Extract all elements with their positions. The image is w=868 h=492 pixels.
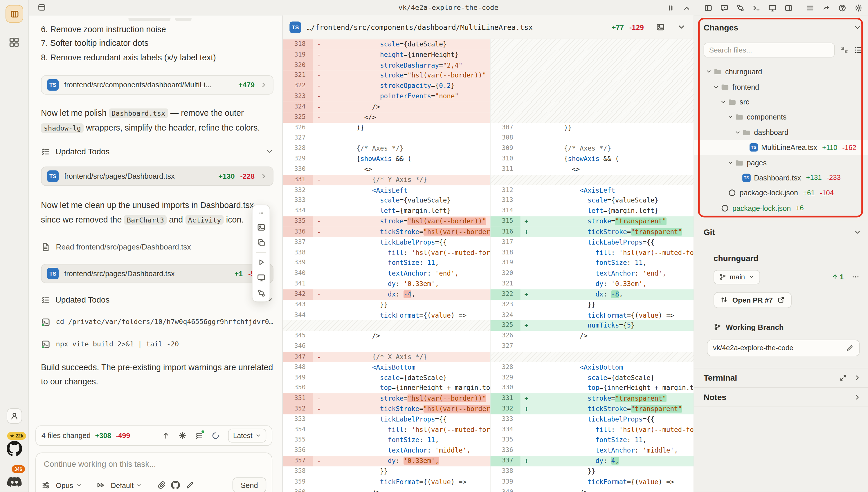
monitor-icon[interactable] <box>257 273 266 282</box>
pause-icon[interactable] <box>666 3 675 12</box>
copy-icon[interactable] <box>257 239 266 247</box>
working-branch-field[interactable]: vk/4e2a-explore-the-code <box>707 340 860 356</box>
todos-status-button[interactable] <box>195 432 203 440</box>
monitor-icon[interactable] <box>769 3 777 12</box>
chevron-down-icon[interactable] <box>853 228 861 236</box>
model-label: Opus <box>56 481 73 489</box>
help-icon[interactable] <box>838 3 846 12</box>
expand-icon[interactable] <box>839 374 847 382</box>
tree-folder-frontend[interactable]: frontend <box>694 79 868 94</box>
file-change-card[interactable]: TSfrontend/src/pages/Dashboard.tsx+130-2… <box>41 167 274 186</box>
change-view-icon[interactable] <box>656 23 665 32</box>
terminal-section-header[interactable]: Terminal <box>694 368 868 387</box>
diff-line: 352- tickStroke="hsl(var(--border))" <box>283 404 490 414</box>
file-change-card[interactable]: TSfrontend/src/pages/Dashboard.tsx+1-5 <box>41 264 274 284</box>
diff-line: 343 }} <box>283 300 490 310</box>
diff-line: 348 <AxisBottom <box>283 362 490 372</box>
diff-line: 350 top={innerHeight + margin.top} <box>283 383 490 393</box>
sliders-icon[interactable] <box>42 481 50 490</box>
github-link[interactable] <box>7 441 22 456</box>
tool-call-row[interactable]: cd /private/var/folders/10/h7w0q46556ggr… <box>41 315 274 329</box>
panel-right-icon[interactable] <box>784 3 793 12</box>
git-section-header[interactable]: Git <box>694 225 868 240</box>
changes-title: Changes <box>704 23 847 32</box>
diff-line: 326 )} <box>283 123 490 133</box>
chevron-down-icon[interactable] <box>677 23 686 32</box>
chevron-right-icon[interactable] <box>853 393 861 401</box>
updated-todos-row[interactable]: Updated Todos <box>41 146 274 158</box>
open-pr-button[interactable]: Open PR #7 <box>713 292 792 308</box>
collapse-panel-icon[interactable] <box>840 46 849 54</box>
chat-bubble-icon[interactable] <box>720 3 729 12</box>
tree-folder-pages[interactable]: pages <box>694 155 868 170</box>
chevron-down-icon <box>713 84 719 90</box>
ts-badge: TS <box>47 79 58 91</box>
paperclip-icon[interactable] <box>157 481 166 490</box>
terminal-icon[interactable] <box>752 3 760 12</box>
updated-todos-row[interactable]: Updated Todos <box>41 294 274 306</box>
changes-summary-bar[interactable]: 4 files changed +308 -499 Latest <box>36 425 272 446</box>
pen-icon[interactable] <box>186 481 194 490</box>
tree-file-Dashboard.tsx[interactable]: TSDashboard.tsx+131-233 <box>694 170 868 186</box>
diff-row: 338 fill: 'hsl(var(--muted-foreground))'… <box>283 247 694 258</box>
version-selector[interactable]: Latest <box>228 429 266 443</box>
green-dot <box>201 430 205 434</box>
notes-section-header[interactable]: Notes <box>694 388 868 407</box>
composer: Continue working on this task... Opus De… <box>36 452 272 492</box>
tree-folder-dashboard[interactable]: dashboard <box>694 125 868 140</box>
gear-icon[interactable] <box>854 3 863 12</box>
diff-row: 352- tickStroke="hsl(var(--border))"332+… <box>283 404 694 414</box>
drag-handle-icon[interactable] <box>257 209 266 216</box>
fast-forward-icon[interactable] <box>96 481 105 490</box>
panel-left-icon[interactable] <box>704 3 713 12</box>
grid-view-button[interactable] <box>8 36 20 48</box>
git-compare-icon[interactable] <box>257 289 266 298</box>
branch-selector[interactable]: main <box>713 270 760 284</box>
tree-folder-src[interactable]: src <box>694 95 868 110</box>
collapse-icon[interactable] <box>682 3 691 12</box>
diff-line: 334 left={margin.left} <box>283 206 490 216</box>
menu-icon[interactable] <box>806 3 814 12</box>
diff-body: 318- scale={dateScale}319- height={inner… <box>283 39 694 492</box>
right-sidebar: Changes churnguardfrontendsrccomponentsd… <box>694 16 868 492</box>
diff-filler <box>490 39 694 50</box>
more-options-button[interactable] <box>851 273 860 281</box>
composer-input[interactable]: Continue working on this task... <box>36 453 272 468</box>
tool-call-row[interactable]: Read frontend/src/pages/Dashboard.tsx <box>41 240 274 253</box>
diff-line: 328 {/* Axes */} <box>283 143 490 154</box>
account-button[interactable] <box>7 408 22 423</box>
diff-header: TS …/frontend/src/components/dashboard/M… <box>283 16 694 39</box>
screenshot-icon[interactable] <box>257 223 266 232</box>
play-icon[interactable] <box>257 258 266 267</box>
arrow-up-icon[interactable] <box>162 432 170 440</box>
mode-selector[interactable]: Default <box>111 481 143 489</box>
git-compare-icon[interactable] <box>736 3 745 12</box>
ahead-count: 1 <box>840 273 844 281</box>
inline-code: shadow-lg <box>41 123 84 132</box>
discord-link[interactable] <box>6 473 23 489</box>
github-icon[interactable] <box>171 481 180 490</box>
search-input[interactable] <box>704 43 835 57</box>
tree-folder-components[interactable]: components <box>694 110 868 125</box>
tree-file-MultiLineArea.tsx[interactable]: TSMultiLineArea.tsx+110-162 <box>694 140 868 155</box>
file-change-card[interactable]: TSfrontend/src/components/dashboard/Mult… <box>41 75 274 95</box>
send-button[interactable]: Send <box>232 477 266 492</box>
chevron-right-icon[interactable] <box>853 374 861 382</box>
tree-file-package-lock.json[interactable]: package-lock.json+61-104 <box>694 186 868 200</box>
tree-view-icon[interactable] <box>854 46 863 54</box>
diff-line: 318- scale={dateScale} <box>283 39 490 50</box>
share-icon[interactable] <box>822 3 830 12</box>
spark-icon[interactable] <box>178 432 187 440</box>
diff-row: 358 }}338 }} <box>283 466 694 476</box>
chevron-down-icon[interactable] <box>853 24 861 32</box>
workspace-tab[interactable] <box>5 5 23 23</box>
tree-file-package-lock.json[interactable]: package-lock.json+6 <box>694 200 868 216</box>
changes-section-header[interactable]: Changes <box>694 21 868 35</box>
diff-line: 346 <box>283 341 490 352</box>
pencil-icon[interactable] <box>846 344 854 352</box>
model-selector[interactable]: Opus <box>56 481 82 489</box>
tree-folder-churnguard[interactable]: churnguard <box>694 64 868 79</box>
status-actions: Latest <box>162 429 266 443</box>
diff-line: 317 tickLabelProps={{ <box>490 237 694 248</box>
tool-call-row[interactable]: npx vite build 2>&1 | tail -20 <box>41 338 274 351</box>
